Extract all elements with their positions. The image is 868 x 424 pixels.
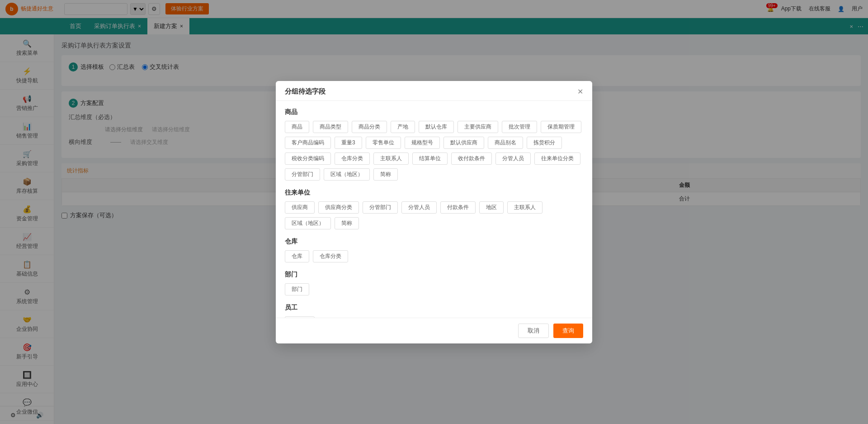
field-tag-goods-alias[interactable]: 商品别名 bbox=[488, 137, 523, 149]
field-tag-main-contact[interactable]: 主联系人 bbox=[373, 152, 409, 165]
field-tag-manage-dept[interactable]: 分管部门 bbox=[285, 168, 320, 181]
partner-tags: 供应商 供应商分类 分管部门 分管人员 付款条件 地区 主联系人 区域（地区） … bbox=[285, 201, 583, 229]
field-tag-pay-terms[interactable]: 付款条件 bbox=[440, 201, 476, 214]
field-tag-origin[interactable]: 产地 bbox=[391, 121, 415, 133]
field-tag-mgmt-person[interactable]: 分管人员 bbox=[401, 201, 437, 214]
field-tag-payment-terms[interactable]: 收付款条件 bbox=[451, 152, 492, 165]
field-tag-default-supplier[interactable]: 默认供应商 bbox=[443, 137, 484, 149]
cancel-button[interactable]: 取消 bbox=[518, 324, 549, 338]
field-tag-supplier[interactable]: 供应商 bbox=[285, 201, 315, 214]
field-tag-customer-code[interactable]: 客户商品编码 bbox=[285, 137, 331, 149]
field-tag-batch-mgmt[interactable]: 批次管理 bbox=[502, 121, 537, 133]
section-warehouse: 仓库 仓库 仓库分类 bbox=[285, 238, 583, 262]
field-tag-goods-type[interactable]: 商品类型 bbox=[313, 121, 348, 133]
confirm-button[interactable]: 查询 bbox=[553, 324, 583, 338]
section-employee-title: 员工 bbox=[285, 304, 583, 312]
modal-overlay[interactable]: 分组待选字段 ✕ 商品 商品 商品类型 商品分类 产地 默认仓库 主要供应商 批… bbox=[0, 0, 868, 424]
field-select-modal: 分组待选字段 ✕ 商品 商品 商品类型 商品分类 产地 默认仓库 主要供应商 批… bbox=[276, 81, 592, 343]
field-tag-region[interactable]: 区域（地区） bbox=[324, 168, 370, 181]
field-tag-retail-unit[interactable]: 零售单位 bbox=[366, 137, 401, 149]
field-tag-short-name[interactable]: 简称 bbox=[373, 168, 398, 181]
modal-footer: 取消 查询 bbox=[276, 318, 592, 343]
warehouse-tags: 仓库 仓库分类 bbox=[285, 250, 583, 262]
section-employee: 员工 业务员 bbox=[285, 304, 583, 318]
field-tag-warehouse-cat[interactable]: 仓库分类 bbox=[313, 250, 348, 262]
section-goods-title: 商品 bbox=[285, 108, 583, 116]
field-tag-main-supplier[interactable]: 主要供应商 bbox=[458, 121, 498, 133]
goods-tags: 商品 商品类型 商品分类 产地 默认仓库 主要供应商 批次管理 保质期管理 客户… bbox=[285, 121, 583, 181]
field-tag-goods-category[interactable]: 商品分类 bbox=[352, 121, 387, 133]
field-tag-warehouse[interactable]: 仓库 bbox=[285, 250, 309, 262]
field-tag-default-warehouse[interactable]: 默认仓库 bbox=[419, 121, 454, 133]
field-tag-region-partner[interactable]: 区域（地区） bbox=[285, 217, 331, 229]
field-tag-supplier-category[interactable]: 供应商分类 bbox=[318, 201, 359, 214]
field-tag-shelf-life[interactable]: 保质期管理 bbox=[541, 121, 581, 133]
modal-close-button[interactable]: ✕ bbox=[577, 87, 583, 96]
field-tag-warehouse-category[interactable]: 仓库分类 bbox=[335, 152, 370, 165]
section-dept: 部门 部门 bbox=[285, 271, 583, 295]
modal-title: 分组待选字段 bbox=[285, 87, 326, 96]
dept-tags: 部门 bbox=[285, 283, 583, 295]
field-tag-short-name-partner[interactable]: 简称 bbox=[335, 217, 359, 229]
modal-header: 分组待选字段 ✕ bbox=[276, 81, 592, 101]
field-tag-pick-points[interactable]: 拣货积分 bbox=[527, 137, 562, 149]
field-tag-settlement-unit[interactable]: 结算单位 bbox=[412, 152, 448, 165]
field-tag-manager[interactable]: 分管人员 bbox=[495, 152, 531, 165]
section-warehouse-title: 仓库 bbox=[285, 238, 583, 246]
field-tag-main-contact-partner[interactable]: 主联系人 bbox=[507, 201, 542, 214]
field-tag-goods[interactable]: 商品 bbox=[285, 121, 309, 133]
field-tag-mgmt-dept[interactable]: 分管部门 bbox=[363, 201, 398, 214]
section-dept-title: 部门 bbox=[285, 271, 583, 279]
field-tag-area[interactable]: 地区 bbox=[479, 201, 504, 214]
field-tag-spec-model[interactable]: 规格型号 bbox=[405, 137, 440, 149]
modal-body: 商品 商品 商品类型 商品分类 产地 默认仓库 主要供应商 批次管理 保质期管理… bbox=[276, 101, 592, 318]
section-partner: 往来单位 供应商 供应商分类 分管部门 分管人员 付款条件 地区 主联系人 区域… bbox=[285, 189, 583, 229]
section-goods: 商品 商品 商品类型 商品分类 产地 默认仓库 主要供应商 批次管理 保质期管理… bbox=[285, 108, 583, 181]
field-tag-unit-category[interactable]: 往来单位分类 bbox=[534, 152, 580, 165]
field-tag-dept[interactable]: 部门 bbox=[285, 283, 309, 295]
section-partner-title: 往来单位 bbox=[285, 189, 583, 197]
field-tag-weight[interactable]: 重量3 bbox=[335, 137, 362, 149]
field-tag-tax-code[interactable]: 税收分类编码 bbox=[285, 152, 331, 165]
